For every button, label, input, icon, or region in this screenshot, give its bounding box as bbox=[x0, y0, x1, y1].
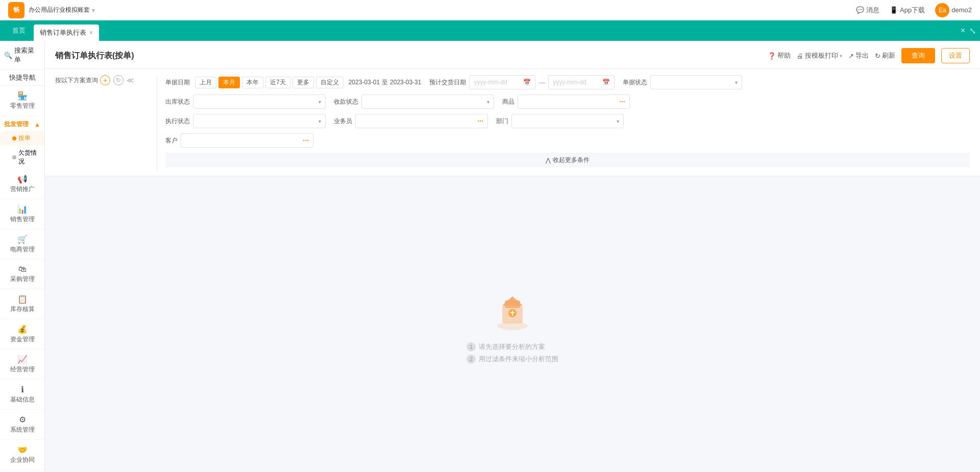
hint-num-1: 1 bbox=[467, 342, 476, 351]
add-scheme-btn[interactable]: + bbox=[100, 75, 110, 85]
sidebar-sub-item-order[interactable]: 按单 bbox=[0, 131, 44, 146]
collapse-more-btn[interactable]: ⋀ 收起更多条件 bbox=[165, 153, 970, 168]
sidebar-item-finance[interactable]: 💰 资金管理 bbox=[0, 319, 44, 349]
search-icon: 🔍 bbox=[4, 52, 12, 59]
sidebar-search[interactable]: 🔍 搜索菜单 bbox=[0, 41, 44, 70]
active-dot-icon bbox=[12, 136, 16, 140]
filter-scheme-title: 按以下方案查询 + ↻ ≪ bbox=[55, 75, 151, 85]
collab-icon: 🤝 bbox=[17, 445, 28, 455]
salesman-picker-btn[interactable]: ··· bbox=[477, 117, 483, 125]
sidebar-item-purchase[interactable]: 🛍 采购管理 bbox=[0, 259, 44, 289]
filter-goods: 商品 ··· bbox=[502, 95, 630, 109]
help-btn[interactable]: ❓ 帮助 bbox=[768, 51, 791, 60]
sidebar-item-operations[interactable]: 📈 经营管理 bbox=[0, 349, 44, 380]
print-btn[interactable]: 🖨 按模板打印 ▾ bbox=[797, 51, 842, 60]
query-button[interactable]: 查询 bbox=[901, 48, 935, 63]
collect-status-select[interactable]: ▾ bbox=[361, 95, 494, 109]
status-label: 单据状态 bbox=[623, 78, 647, 87]
exec-status-select[interactable]: ▾ bbox=[193, 114, 326, 128]
sidebar-item-basic[interactable]: ℹ 基础信息 bbox=[0, 380, 44, 410]
customer-input[interactable]: ··· bbox=[181, 133, 313, 148]
date-btn-last-month[interactable]: 上月 bbox=[195, 77, 216, 88]
filter-out-status: 出库状态 ▾ bbox=[165, 95, 326, 109]
expected-date-start[interactable]: yyyy-mm-dd 📅 bbox=[469, 75, 535, 89]
purchase-icon: 🛍 bbox=[18, 265, 27, 274]
window-close-btn[interactable]: × bbox=[961, 26, 965, 35]
app-download-btn[interactable]: 📱 App下载 bbox=[890, 6, 925, 15]
logo-icon: 畅 bbox=[8, 2, 24, 18]
sidebar-item-collab[interactable]: 🤝 企业协同 bbox=[0, 440, 44, 470]
date-btn-more[interactable]: 更多 bbox=[292, 77, 314, 88]
operations-icon: 📈 bbox=[17, 355, 28, 364]
message-btn[interactable]: 💬 消息 bbox=[856, 6, 879, 15]
tab-home[interactable]: 首页 bbox=[4, 20, 34, 41]
goods-picker-btn[interactable]: ··· bbox=[619, 98, 625, 106]
tab-close-btn[interactable]: × bbox=[89, 29, 93, 36]
export-btn[interactable]: ↗ 导出 bbox=[848, 51, 869, 60]
goods-label: 商品 bbox=[502, 98, 514, 106]
page-title: 销售订单执行表(按单) bbox=[55, 51, 134, 61]
filter-left-icons: + ↻ ≪ bbox=[100, 75, 134, 85]
filter-dept: 部门 ▾ bbox=[496, 114, 624, 128]
sales-icon: 📊 bbox=[17, 204, 28, 214]
phone-icon: 📱 bbox=[890, 6, 898, 14]
collapse-icon: ⋀ bbox=[546, 157, 551, 164]
finance-icon: 💰 bbox=[17, 324, 28, 334]
customer-picker-btn[interactable]: ··· bbox=[303, 136, 309, 145]
date-btn-this-month[interactable]: 本月 bbox=[218, 77, 240, 88]
inactive-dot-icon bbox=[12, 155, 16, 159]
user-profile[interactable]: Ea demo2 bbox=[935, 3, 972, 17]
content-area: 销售订单执行表(按单) ❓ 帮助 🖨 按模板打印 ▾ ↗ 导出 ↻ bbox=[45, 41, 980, 472]
tab-bar-right: × ⤡ bbox=[961, 26, 976, 36]
filter-left-panel: 按以下方案查询 + ↻ ≪ bbox=[55, 75, 157, 170]
filter-right-panel: 单据日期 上月 本月 本年 近7天 更多 自定义 2023-03-01 至 bbox=[157, 75, 970, 170]
top-bar-title: 办公用品行业模拟账套 ▾ bbox=[29, 6, 95, 14]
status-select-arrow: ▾ bbox=[735, 80, 738, 85]
salesman-input[interactable]: ··· bbox=[355, 114, 488, 128]
main-layout: 🔍 搜索菜单 快捷导航 🏪 零售管理 批发管理 ▲ 按单 欠货情况 📢 营销推广 bbox=[0, 41, 980, 472]
tab-active[interactable]: 销售订单执行表 × bbox=[34, 25, 99, 41]
salesman-label: 业务员 bbox=[334, 117, 352, 126]
out-status-select[interactable]: ▾ bbox=[193, 95, 326, 109]
refresh-btn[interactable]: ↻ 刷新 bbox=[875, 51, 895, 60]
ecommerce-icon: 🛒 bbox=[17, 234, 28, 244]
date-quick-btns: 上月 本月 本年 近7天 更多 自定义 bbox=[195, 77, 344, 88]
refresh-scheme-btn[interactable]: ↻ bbox=[113, 75, 124, 85]
hint-num-2: 2 bbox=[467, 355, 476, 364]
top-bar-left: 畅 办公用品行业模拟账套 ▾ bbox=[8, 2, 95, 18]
goods-input[interactable]: ··· bbox=[518, 95, 630, 109]
sidebar-item-ecommerce[interactable]: 🛒 电商管理 bbox=[0, 229, 44, 259]
message-icon: 💬 bbox=[856, 6, 864, 14]
set-button[interactable]: 设置 bbox=[941, 48, 970, 63]
collect-status-arrow: ▾ bbox=[487, 99, 489, 105]
filter-row-1: 单据日期 上月 本月 本年 近7天 更多 自定义 2023-03-01 至 bbox=[165, 75, 970, 89]
filter-exec-status: 执行状态 ▾ bbox=[165, 114, 326, 128]
date-btn-custom[interactable]: 自定义 bbox=[316, 77, 344, 88]
expected-date-end[interactable]: yyyy-mm-dd 📅 bbox=[548, 75, 615, 89]
filter-customer: 客户 ··· bbox=[165, 133, 313, 148]
sidebar-quick-nav[interactable]: 快捷导航 bbox=[0, 70, 44, 86]
dept-select[interactable]: ▾ bbox=[511, 114, 624, 128]
sidebar-item-sales[interactable]: 📊 销售管理 bbox=[0, 199, 44, 229]
sidebar-item-retail[interactable]: 🏪 零售管理 bbox=[0, 86, 44, 116]
sidebar-item-inventory[interactable]: 📋 库存核算 bbox=[0, 289, 44, 319]
sidebar-sub-item-shortage[interactable]: 欠货情况 bbox=[0, 146, 44, 169]
dropdown-icon[interactable]: ▾ bbox=[92, 7, 95, 14]
sidebar-item-marketing[interactable]: 📢 营销推广 bbox=[0, 169, 44, 199]
sidebar-item-system[interactable]: ⚙ 系统管理 bbox=[0, 410, 44, 440]
sidebar-item-wholesale[interactable]: 批发管理 ▲ bbox=[0, 116, 44, 131]
status-select[interactable]: ▾ bbox=[650, 75, 742, 89]
date-btn-this-year[interactable]: 本年 bbox=[242, 77, 263, 88]
collapse-scheme-btn[interactable]: ≪ bbox=[127, 76, 134, 84]
page-actions: ❓ 帮助 🖨 按模板打印 ▾ ↗ 导出 ↻ 刷新 查询 设置 bbox=[768, 48, 970, 63]
filter-panel: 按以下方案查询 + ↻ ≪ 单据日期 上月 本月 bbox=[45, 69, 980, 176]
out-status-label: 出库状态 bbox=[165, 98, 190, 106]
customer-label: 客户 bbox=[165, 136, 178, 145]
sidebar-item-guide[interactable]: 🎯 新手引导 bbox=[0, 470, 44, 472]
exec-status-label: 执行状态 bbox=[165, 117, 190, 126]
empty-hints: 1 请先选择要分析的方案 2 用过滤条件来缩小分析范围 bbox=[467, 342, 558, 364]
filter-date: 单据日期 上月 本月 本年 近7天 更多 自定义 2023-03-01 至 bbox=[165, 77, 421, 88]
window-expand-btn[interactable]: ⤡ bbox=[969, 26, 976, 36]
date-btn-last-7[interactable]: 近7天 bbox=[265, 77, 290, 88]
page-header: 销售订单执行表(按单) ❓ 帮助 🖨 按模板打印 ▾ ↗ 导出 ↻ bbox=[45, 41, 980, 69]
